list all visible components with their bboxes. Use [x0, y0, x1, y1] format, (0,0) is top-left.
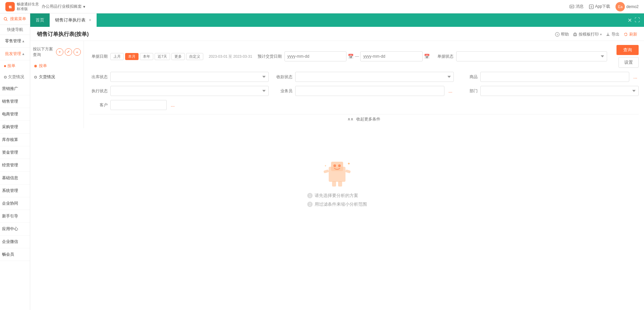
filter-field-docdate: 单据日期 上月 本月 本年 近7天 更多 自定义 — [89, 53, 203, 60]
expected-date-range: 📅 — 📅 — [284, 51, 430, 61]
execstatus-select[interactable] — [110, 86, 269, 96]
docstatus-select[interactable] — [456, 51, 607, 61]
print-btn[interactable]: 按模板打印 ▾ — [573, 32, 602, 37]
filter-row-4: 客户 ... — [89, 100, 639, 110]
calendar-icon-start[interactable]: 📅 — [348, 54, 354, 59]
receiptstatus-select[interactable] — [295, 72, 453, 82]
sidebar-item-wechat[interactable]: 企业微信 — [0, 236, 30, 248]
date-dash: — — [355, 54, 359, 59]
sidebar-item-finance[interactable]: 资金管理 — [0, 146, 30, 159]
goods-input[interactable] — [480, 72, 630, 82]
plan-dot-anpai — [34, 65, 37, 67]
sidebar-sub-item-anpai[interactable]: 按单 — [0, 60, 30, 71]
sidebar-item-wholesale[interactable]: 批发管理 ▲ — [0, 48, 30, 60]
empty-tips: 1 请先选择要分析的方案 2 用过滤条件来缩小分析范围 — [307, 193, 367, 207]
export-btn[interactable]: 导出 — [606, 32, 620, 37]
filter-section-title: 按以下方案查询 — [33, 46, 56, 58]
sidebar-item-system[interactable]: 系统管理 — [0, 185, 30, 197]
dq-more[interactable]: 更多 — [171, 53, 185, 60]
logo-icon: 畅 — [5, 2, 15, 11]
sidebar-item-retail[interactable]: 零售管理 ▲ — [0, 35, 30, 48]
stockstatus-select[interactable] — [110, 72, 269, 82]
dq-custom[interactable]: 自定义 — [186, 53, 203, 60]
empty-state: ✦ ✦ 1 请先选择要分析的方案 2 用过滤条件来缩小分析范围 — [30, 128, 644, 234]
sidebar-search[interactable]: 搜索菜单 — [0, 13, 30, 25]
svg-rect-17 — [338, 181, 342, 187]
calendar-icon-end[interactable]: 📅 — [424, 54, 430, 59]
filter-collapse-btn[interactable]: « — [73, 48, 81, 56]
filter-right-panel: 单据日期 上月 本月 本年 近7天 更多 自定义 2023 — [84, 41, 644, 128]
logo-area[interactable]: 畅 畅捷通好生意 标准版 — [5, 2, 39, 11]
collapse-bar[interactable]: ∧∧ 收起更多条件 — [89, 114, 639, 124]
filter-field-goods: 商品 ... — [459, 72, 639, 82]
department-label: 部门 — [459, 88, 478, 94]
sidebar-item-newguide[interactable]: 新手引导 — [0, 210, 30, 223]
docdate-label: 单据日期 — [89, 54, 108, 59]
salesman-input[interactable] — [295, 86, 444, 96]
empty-tip-1: 1 请先选择要分析的方案 — [307, 193, 367, 199]
customer-input[interactable] — [110, 100, 167, 110]
salesman-label: 业务员 — [274, 88, 292, 94]
user-info[interactable]: Ea demo2 — [615, 2, 639, 11]
page-title-bar: 销售订单执行表(按单) ? 帮助 按模板打印 ▾ — [30, 27, 644, 41]
tab-sales-exec[interactable]: 销售订单执行表 × — [50, 13, 97, 27]
filter-row-2: 出库状态 收款状态 商品 ... — [89, 72, 639, 82]
message-btn[interactable]: 消息 — [570, 4, 584, 9]
filter-field-stockstatus: 出库状态 — [89, 72, 269, 82]
sidebar-shortcut[interactable]: 快捷导航 — [0, 25, 30, 35]
main-layout: 搜索菜单 快捷导航 零售管理 ▲ 批发管理 ▲ 按单 欠货情况 营销推广 销售管… — [0, 13, 644, 310]
page-container: 销售订单执行表(按单) ? 帮助 按模板打印 ▾ — [30, 27, 644, 310]
retail-arrow: ▲ — [22, 39, 25, 43]
settings-button[interactable]: 设置 — [619, 57, 639, 68]
tab-close-icon[interactable]: × — [89, 18, 91, 22]
expected-date-end[interactable] — [360, 51, 423, 61]
filter-plan-anpai[interactable]: 按单 — [30, 60, 84, 71]
filter-edit-btn[interactable] — [65, 48, 72, 56]
customer-label: 客户 — [89, 102, 108, 108]
sidebar-item-ecommerce[interactable]: 电商管理 — [0, 108, 30, 121]
stockstatus-label: 出库状态 — [89, 74, 108, 80]
user-avatar: Ea — [615, 2, 625, 11]
filter-row-1: 单据日期 上月 本月 本年 近7天 更多 自定义 2023 — [89, 45, 639, 68]
filter-field-execstatus: 执行状态 — [89, 86, 269, 96]
tab-close-window-icon[interactable]: ✕ — [628, 17, 632, 23]
sidebar-item-enterprise[interactable]: 企业协同 — [0, 197, 30, 210]
print-dropdown-icon[interactable]: ▾ — [600, 33, 602, 36]
goods-picker-btn[interactable]: ... — [632, 74, 639, 80]
customer-picker-btn[interactable]: ... — [169, 102, 176, 108]
filter-plan-qian[interactable]: 欠货情况 — [30, 71, 84, 83]
refresh-btn[interactable]: 刷新 — [624, 32, 637, 37]
help-btn[interactable]: ? 帮助 — [555, 32, 569, 37]
svg-line-5 — [6, 20, 7, 21]
department-select[interactable] — [480, 86, 639, 96]
sidebar-item-marketing[interactable]: 营销推广 — [0, 83, 30, 95]
app-download-btn[interactable]: App下载 — [589, 4, 610, 9]
receiptstatus-label: 收款状态 — [274, 74, 292, 80]
sidebar-sub-item-qian[interactable]: 欠货情况 — [0, 71, 30, 83]
expected-date-start[interactable] — [284, 51, 347, 61]
sidebar-item-inventory[interactable]: 库存核算 — [0, 134, 30, 146]
breadcrumb[interactable]: 办公用品行业模拟账套 ▾ — [42, 4, 85, 9]
dq-cur-month[interactable]: 本月 — [125, 53, 139, 60]
filter-panel: 按以下方案查询 + « 按单 — [30, 41, 644, 128]
dq-prev-month[interactable]: 上月 — [110, 53, 124, 60]
tab-maximize-icon[interactable]: ⛶ — [635, 17, 640, 23]
chevron-up-icon: ∧∧ — [347, 117, 354, 121]
filter-add-btn[interactable]: + — [56, 48, 63, 56]
sidebar-item-operation[interactable]: 经营管理 — [0, 159, 30, 172]
salesman-picker-btn[interactable]: ... — [447, 88, 454, 94]
query-button[interactable]: 查询 — [616, 45, 639, 55]
sidebar-item-appstore[interactable]: 应用中心 — [0, 223, 30, 236]
sidebar-item-member[interactable]: 畅会员 — [0, 248, 30, 261]
svg-text:畅: 畅 — [9, 5, 12, 9]
sub-dot-qian — [4, 76, 7, 79]
execstatus-label: 执行状态 — [89, 88, 108, 94]
dq-7days[interactable]: 近7天 — [155, 53, 170, 60]
sidebar-item-sales[interactable]: 销售管理 — [0, 95, 30, 108]
dq-year[interactable]: 本年 — [140, 53, 153, 60]
tab-home[interactable]: 首页 — [30, 13, 50, 27]
empty-illustration: ✦ ✦ — [320, 155, 354, 189]
logo-text: 畅捷通好生意 标准版 — [17, 2, 39, 11]
sidebar-item-purchase[interactable]: 采购管理 — [0, 121, 30, 134]
sidebar-item-basic[interactable]: 基础信息 — [0, 172, 30, 185]
